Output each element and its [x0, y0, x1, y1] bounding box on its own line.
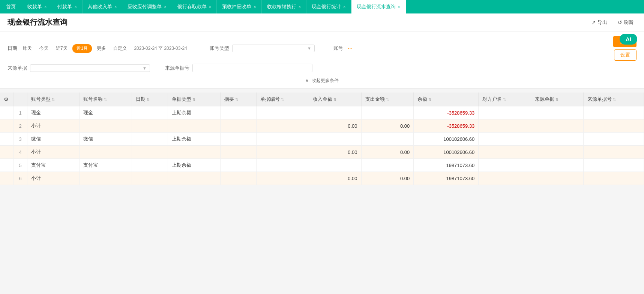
col-header-counterpart[interactable]: 对方户名⇅: [479, 93, 531, 106]
collapse-bar[interactable]: ∧ 收起更多条件: [8, 75, 636, 85]
filter-area: 日期 昨天今天近7天近1月更多自定义 2023-02-24 至 2023-03-…: [0, 31, 644, 89]
col-header-source_doc[interactable]: 来源单据⇅: [531, 93, 583, 106]
cell-source_doc_no: [583, 172, 644, 185]
cell-source_doc: [531, 106, 583, 119]
col-label-balance: 余额: [417, 96, 427, 102]
cell-doc_type: [168, 146, 221, 159]
cell-no: 1: [14, 106, 27, 119]
cell-counterpart: [479, 159, 531, 172]
ai-badge[interactable]: Ai: [620, 34, 637, 45]
cell-account_type: 微信: [27, 133, 80, 146]
col-header-income[interactable]: 收入金额⇅: [309, 93, 361, 106]
cell-account_name: 支付宝: [80, 159, 132, 172]
sort-icon-income[interactable]: ⇅: [333, 97, 336, 101]
col-header-balance[interactable]: 余额⇅: [414, 93, 479, 106]
cell-balance: 100102606.60: [414, 146, 479, 159]
cell-doc_type: 上期余额: [168, 106, 221, 119]
date-filter-label: 日期: [8, 45, 17, 52]
collapse-label: 收起更多条件: [312, 78, 339, 83]
nav-tab-付款单[interactable]: 付款单×: [52, 0, 82, 13]
refresh-button[interactable]: ↺ 刷新: [615, 18, 636, 27]
sort-icon-summary[interactable]: ⇅: [235, 97, 238, 101]
date-shortcut-自定义[interactable]: 自定义: [111, 44, 129, 53]
tab-close-icon[interactable]: ×: [74, 4, 77, 9]
date-shortcut-昨天[interactable]: 昨天: [20, 44, 35, 53]
sort-icon-counterpart[interactable]: ⇅: [503, 97, 506, 101]
cell-no: 3: [14, 133, 27, 146]
col-header-account_name[interactable]: 账号名称⇅: [80, 93, 132, 106]
sort-icon-doc_type[interactable]: ⇅: [192, 97, 195, 101]
tab-close-icon[interactable]: ×: [44, 4, 47, 9]
col-header-source_doc_no[interactable]: 来源单据号⇅: [583, 93, 644, 106]
home-label: 首页: [6, 3, 16, 10]
tab-close-icon[interactable]: ×: [398, 4, 400, 9]
tab-close-icon[interactable]: ×: [164, 4, 166, 9]
sort-icon-source_doc_no[interactable]: ⇅: [613, 97, 616, 101]
cell-no: 6: [14, 172, 27, 185]
cell-account_type: 支付宝: [27, 159, 80, 172]
cell-expense: [361, 133, 414, 146]
table-row: 2小计0.000.00-3528659.33: [0, 119, 644, 133]
export-button[interactable]: ↗ 导出: [588, 18, 610, 27]
col-header-expense[interactable]: 支出金额⇅: [361, 93, 414, 106]
tab-close-icon[interactable]: ×: [343, 4, 345, 9]
sort-icon-expense[interactable]: ⇅: [386, 97, 389, 101]
tab-close-icon[interactable]: ×: [254, 4, 256, 9]
tab-close-icon[interactable]: ×: [114, 4, 117, 9]
cell-account_type: 现金: [27, 106, 80, 119]
col-header-account_type[interactable]: 账号类型⇅: [27, 93, 80, 106]
tab-close-icon[interactable]: ×: [209, 4, 211, 9]
nav-tab-收款单[interactable]: 收款单×: [22, 0, 52, 13]
date-range-display: 2023-02-24 至 2023-03-24: [134, 45, 187, 52]
sort-icon-doc_no[interactable]: ⇅: [281, 97, 284, 101]
cell-account_name: [80, 119, 132, 133]
date-shortcut-近1月[interactable]: 近1月: [72, 44, 92, 53]
source-doc-select[interactable]: ▼: [30, 64, 150, 72]
sort-icon-balance[interactable]: ⇅: [428, 97, 431, 101]
sort-icon-source_doc[interactable]: ⇅: [555, 97, 558, 101]
sort-icon-date[interactable]: ⇅: [147, 97, 150, 101]
col-header-doc_no[interactable]: 单据编号⇅: [257, 93, 309, 106]
col-header-date[interactable]: 日期⇅: [132, 93, 168, 106]
date-shortcut-今天[interactable]: 今天: [37, 44, 51, 53]
refresh-label: 刷新: [624, 19, 633, 26]
nav-tab-预收冲应收单[interactable]: 预收冲应收单×: [217, 0, 261, 13]
settings-gear-icon[interactable]: ⚙: [4, 96, 9, 102]
col-header-doc_type[interactable]: 单据类型⇅: [168, 93, 221, 106]
date-shortcut-更多[interactable]: 更多: [94, 44, 108, 53]
filter-row-2: 来源单据 ▼ 来源单据号: [8, 64, 636, 72]
cell-account_type: 小计: [27, 172, 80, 185]
account-dots-button[interactable]: ···: [346, 45, 354, 52]
nav-tab-应收应付调整单[interactable]: 应收应付调整单×: [122, 0, 172, 13]
cell-counterpart: [479, 119, 531, 133]
settings-button[interactable]: 设置: [614, 49, 636, 61]
cell-date: [132, 172, 168, 185]
nav-home[interactable]: 首页: [0, 0, 22, 13]
table-body: 1现金现金上期余额-3528659.332小计0.000.00-3528659.…: [0, 106, 644, 185]
cell-doc_no: [257, 159, 309, 172]
source-doc-no-input[interactable]: [196, 65, 309, 71]
source-doc-filter-group: 来源单据 ▼: [8, 64, 150, 72]
cell-date: [132, 106, 168, 119]
sort-icon-account_type[interactable]: ⇅: [52, 97, 55, 101]
cell-doc_type: [168, 119, 221, 133]
nav-tab-现金银行统计[interactable]: 现金银行统计×: [306, 0, 351, 13]
tab-close-icon[interactable]: ×: [299, 4, 301, 9]
col-label-account_type: 账号类型: [31, 96, 51, 102]
sort-icon-account_name[interactable]: ⇅: [104, 97, 107, 101]
table-row: 4小计0.000.00100102606.60: [0, 146, 644, 159]
nav-tab-现金银行流水查询[interactable]: 现金银行流水查询×: [351, 0, 406, 13]
date-shortcut-近7天[interactable]: 近7天: [53, 44, 70, 53]
nav-tab-收款核销执行[interactable]: 收款核销执行×: [262, 0, 306, 13]
nav-tab-银行存取款单[interactable]: 银行存取款单×: [172, 0, 217, 13]
account-type-select[interactable]: ▼: [232, 45, 315, 52]
nav-tab-其他收入单[interactable]: 其他收入单×: [83, 0, 122, 13]
cell-income: [309, 106, 361, 119]
account-type-filter-group: 账号类型 ▼: [210, 45, 315, 52]
source-doc-no-input-wrap[interactable]: [192, 64, 312, 72]
page-title: 现金银行流水查询: [8, 17, 68, 27]
cell-expense: [361, 106, 414, 119]
col-header-summary[interactable]: 摘要⇅: [220, 93, 256, 106]
cell-gear: [0, 106, 14, 119]
cell-account_name: 微信: [80, 133, 132, 146]
